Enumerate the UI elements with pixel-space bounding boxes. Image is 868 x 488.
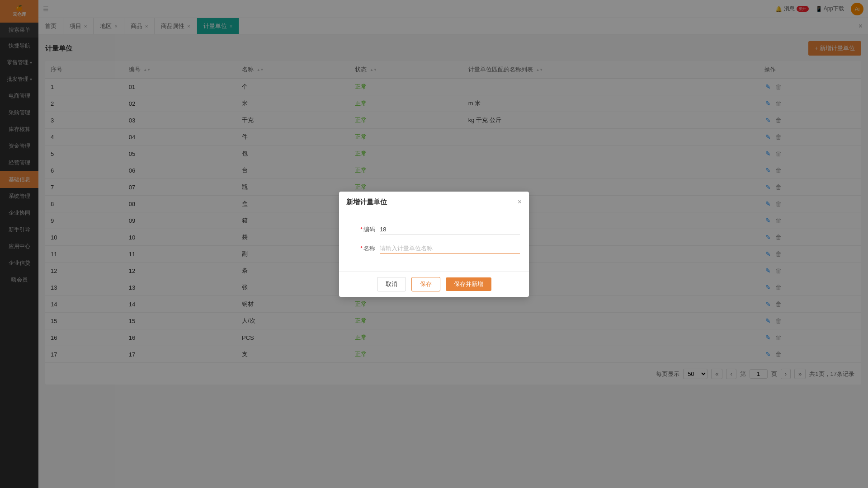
save-button[interactable]: 保存: [411, 277, 440, 291]
code-input[interactable]: [380, 224, 520, 235]
required-star-code: *: [360, 226, 363, 233]
form-row-code: *编码: [348, 224, 520, 235]
modal-close-button[interactable]: ×: [518, 198, 522, 206]
form-code-label: *编码: [348, 225, 375, 234]
modal-body: *编码 *名称: [339, 213, 529, 271]
form-row-name: *名称: [348, 243, 520, 254]
modal-header: 新增计量单位 ×: [339, 192, 529, 213]
name-input[interactable]: [380, 243, 520, 254]
cancel-button[interactable]: 取消: [377, 277, 406, 291]
save-new-button[interactable]: 保存并新增: [446, 277, 491, 291]
modal-footer: 取消 保存 保存并新增: [339, 271, 529, 297]
add-unit-modal: 新增计量单位 × *编码 *名称 取消 保存 保存并新增: [339, 192, 529, 297]
modal-overlay[interactable]: 新增计量单位 × *编码 *名称 取消 保存 保存并新增: [0, 0, 868, 488]
required-star-name: *: [360, 245, 363, 252]
form-name-label: *名称: [348, 244, 375, 253]
modal-title: 新增计量单位: [346, 198, 387, 206]
